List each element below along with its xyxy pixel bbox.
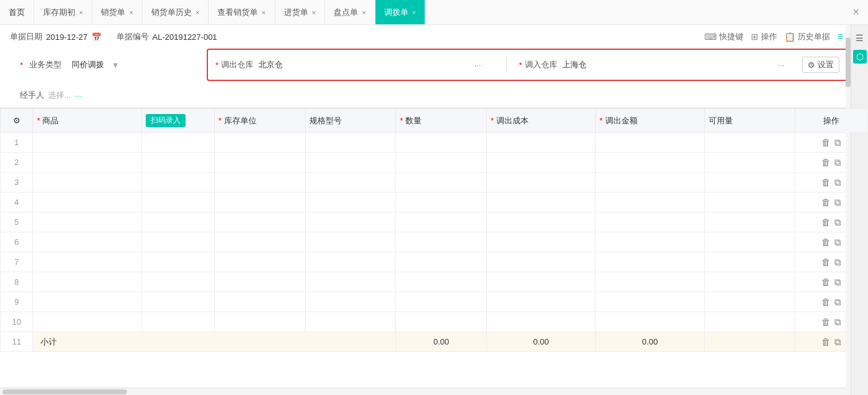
copy-icon-2[interactable]: ⧉ bbox=[834, 157, 841, 168]
cell-unit-5[interactable] bbox=[214, 212, 305, 232]
sidebar-expand-icon[interactable]: ⬡ bbox=[853, 50, 867, 64]
cell-product-2[interactable] bbox=[33, 153, 142, 173]
cell-cost-5[interactable] bbox=[486, 212, 595, 232]
cell-product-3[interactable] bbox=[33, 173, 142, 193]
cell-spec-4[interactable] bbox=[305, 193, 396, 212]
warehouse-out-value[interactable]: 北京仓 bbox=[258, 59, 283, 70]
cell-amount-4[interactable] bbox=[595, 193, 704, 212]
copy-icon-3[interactable]: ⧉ bbox=[834, 177, 841, 188]
tab-purchase-order[interactable]: 进货单 × bbox=[275, 0, 325, 24]
cell-cost-6[interactable] bbox=[486, 232, 595, 252]
tab-inventory-check-close[interactable]: × bbox=[362, 9, 366, 16]
cell-unit-9[interactable] bbox=[214, 292, 305, 312]
col-settings-header[interactable]: ⚙ bbox=[1, 109, 33, 133]
cell-qty-3[interactable] bbox=[396, 173, 487, 193]
trash-icon-9[interactable]: 🗑 bbox=[821, 297, 831, 308]
cell-product-1[interactable] bbox=[33, 133, 142, 153]
cell-cost-2[interactable] bbox=[486, 153, 595, 173]
tab-purchase-order-close[interactable]: × bbox=[312, 9, 316, 16]
cell-qty-10[interactable] bbox=[396, 312, 487, 332]
tab-transfer-close[interactable]: × bbox=[412, 9, 416, 16]
col-scan-header[interactable]: 扫码录入 bbox=[142, 109, 215, 133]
tab-sales-history[interactable]: 销货单历史 × bbox=[143, 0, 209, 24]
copy-icon-5[interactable]: ⧉ bbox=[834, 217, 841, 228]
cell-cost-9[interactable] bbox=[486, 292, 595, 312]
cell-qty-1[interactable] bbox=[396, 133, 487, 153]
cell-amount-8[interactable] bbox=[595, 272, 704, 292]
tab-sales-order-close[interactable]: × bbox=[129, 9, 133, 16]
cell-unit-6[interactable] bbox=[214, 232, 305, 252]
sidebar-doc-icon[interactable]: ☰ bbox=[853, 31, 867, 45]
subtotal-copy-icon[interactable]: ⧉ bbox=[834, 336, 841, 348]
list-view-btn[interactable]: ≡ bbox=[837, 31, 843, 42]
cell-qty-8[interactable] bbox=[396, 272, 487, 292]
trash-icon-7[interactable]: 🗑 bbox=[821, 257, 831, 268]
cell-cost-1[interactable] bbox=[486, 133, 595, 153]
warehouse-in-ellipsis[interactable]: ··· bbox=[778, 60, 785, 70]
warehouse-in-value[interactable]: 上海仓 bbox=[562, 59, 587, 70]
business-type-dropdown-icon[interactable]: ▼ bbox=[111, 60, 120, 70]
tab-inventory-init[interactable]: 库存期初 × bbox=[34, 0, 92, 24]
cell-cost-3[interactable] bbox=[486, 173, 595, 193]
trash-icon-3[interactable]: 🗑 bbox=[821, 177, 831, 188]
copy-icon-6[interactable]: ⧉ bbox=[834, 237, 841, 248]
shortcut-btn[interactable]: ⌨ 快捷键 bbox=[704, 31, 743, 42]
calendar-icon[interactable]: 📅 bbox=[92, 32, 101, 42]
subtotal-trash-icon[interactable]: 🗑 bbox=[821, 336, 831, 348]
operations-btn[interactable]: ⊞ 操作 bbox=[751, 31, 777, 42]
cell-spec-7[interactable] bbox=[305, 252, 396, 272]
tab-home[interactable]: 首页 bbox=[0, 0, 34, 24]
cell-product-6[interactable] bbox=[33, 232, 142, 252]
cell-amount-3[interactable] bbox=[595, 173, 704, 193]
trash-icon-5[interactable]: 🗑 bbox=[821, 217, 831, 228]
copy-icon-1[interactable]: ⧉ bbox=[834, 137, 841, 148]
cell-amount-9[interactable] bbox=[595, 292, 704, 312]
cell-amount-1[interactable] bbox=[595, 133, 704, 153]
cell-qty-5[interactable] bbox=[396, 212, 487, 232]
cell-unit-8[interactable] bbox=[214, 272, 305, 292]
cell-spec-10[interactable] bbox=[305, 312, 396, 332]
trash-icon-6[interactable]: 🗑 bbox=[821, 237, 831, 248]
tab-transfer[interactable]: 调拨单 × bbox=[375, 0, 425, 24]
copy-icon-10[interactable]: ⧉ bbox=[834, 316, 841, 328]
cell-product-9[interactable] bbox=[33, 292, 142, 312]
trash-icon-10[interactable]: 🗑 bbox=[821, 316, 831, 328]
scrollbar-thumb[interactable] bbox=[846, 37, 851, 87]
scan-btn[interactable]: 扫码录入 bbox=[146, 114, 186, 127]
cell-unit-1[interactable] bbox=[214, 133, 305, 153]
cell-cost-8[interactable] bbox=[486, 272, 595, 292]
cell-product-7[interactable] bbox=[33, 252, 142, 272]
cell-qty-2[interactable] bbox=[396, 153, 487, 173]
cell-product-4[interactable] bbox=[33, 193, 142, 212]
cell-spec-2[interactable] bbox=[305, 153, 396, 173]
cell-amount-7[interactable] bbox=[595, 252, 704, 272]
cell-unit-4[interactable] bbox=[214, 193, 305, 212]
tab-view-sales-close[interactable]: × bbox=[262, 9, 265, 16]
tab-inventory-check[interactable]: 盘点单 × bbox=[325, 0, 375, 24]
cell-spec-9[interactable] bbox=[305, 292, 396, 312]
cell-product-8[interactable] bbox=[33, 272, 142, 292]
business-type-value[interactable]: 同价调拨 bbox=[72, 59, 104, 70]
cell-qty-9[interactable] bbox=[396, 292, 487, 312]
tab-inventory-init-close[interactable]: × bbox=[79, 9, 83, 16]
cell-cost-4[interactable] bbox=[486, 193, 595, 212]
copy-icon-4[interactable]: ⧉ bbox=[834, 197, 841, 208]
tab-sales-order[interactable]: 销货单 × bbox=[92, 0, 142, 24]
copy-icon-9[interactable]: ⧉ bbox=[834, 297, 841, 308]
tab-view-sales[interactable]: 查看销货单 × bbox=[209, 0, 275, 24]
trash-icon-1[interactable]: 🗑 bbox=[821, 137, 831, 148]
cell-qty-6[interactable] bbox=[396, 232, 487, 252]
cell-unit-3[interactable] bbox=[214, 173, 305, 193]
bottom-scrollbar-thumb[interactable] bbox=[2, 389, 127, 394]
trash-icon-8[interactable]: 🗑 bbox=[821, 277, 831, 288]
cell-qty-7[interactable] bbox=[396, 252, 487, 272]
scrollbar-track[interactable] bbox=[846, 25, 851, 395]
copy-icon-7[interactable]: ⧉ bbox=[834, 257, 841, 268]
warehouse-out-ellipsis[interactable]: ··· bbox=[474, 60, 481, 70]
settings-button[interactable]: ⚙ 设置 bbox=[802, 57, 839, 73]
cell-unit-10[interactable] bbox=[214, 312, 305, 332]
handler-ellipsis[interactable]: ··· bbox=[75, 91, 82, 100]
cell-spec-1[interactable] bbox=[305, 133, 396, 153]
cell-product-10[interactable] bbox=[33, 312, 142, 332]
cell-amount-10[interactable] bbox=[595, 312, 704, 332]
